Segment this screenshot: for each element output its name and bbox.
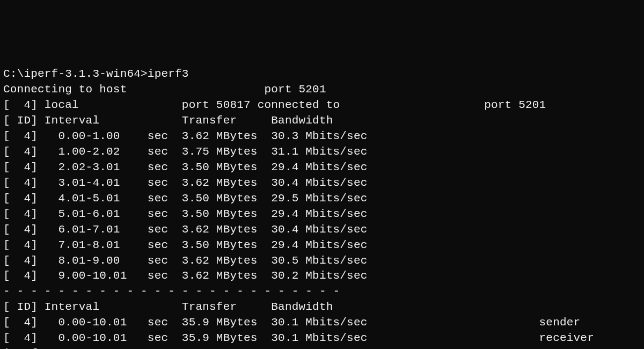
connecting-line: Connecting to host port 5201 bbox=[3, 82, 641, 98]
prompt-line: C:\iperf-3.1.3-win64>iperf3 bbox=[3, 67, 641, 82]
data-row: [ 4] 4.01-5.01 sec 3.50 MBytes 29.5 Mbit… bbox=[3, 191, 641, 207]
summary-row: [ 4] 0.00-10.01 sec 35.9 MBytes 30.1 Mbi… bbox=[3, 331, 641, 346]
local-line: [ 4] local port 50817 connected to port … bbox=[3, 98, 641, 113]
data-row: [ 4] 7.01-8.01 sec 3.50 MBytes 29.4 Mbit… bbox=[3, 238, 641, 253]
header-line: [ ID] Interval Transfer Bandwidth bbox=[3, 113, 641, 129]
data-row: [ 4] 6.01-7.01 sec 3.62 MBytes 30.4 Mbit… bbox=[3, 222, 641, 238]
data-row: [ 4] 0.00-1.00 sec 3.62 MBytes 30.3 Mbit… bbox=[3, 129, 641, 144]
data-row: [ 4] 1.00-2.02 sec 3.75 MBytes 31.1 Mbit… bbox=[3, 144, 641, 160]
data-row: [ 4] 2.02-3.01 sec 3.50 MBytes 29.4 Mbit… bbox=[3, 160, 641, 176]
terminal-output: C:\iperf-3.1.3-win64>iperf3Connecting to… bbox=[3, 67, 641, 349]
separator-line: - - - - - - - - - - - - - - - - - - - - … bbox=[3, 284, 641, 300]
data-row: [ 4] 8.01-9.00 sec 3.62 MBytes 30.5 Mbit… bbox=[3, 253, 641, 269]
data-row: [ 4] 9.00-10.01 sec 3.62 MBytes 30.2 Mbi… bbox=[3, 268, 641, 284]
summary-row: [ 4] 0.00-10.01 sec 35.9 MBytes 30.1 Mbi… bbox=[3, 315, 641, 331]
data-row: [ 4] 5.01-6.01 sec 3.50 MBytes 29.4 Mbit… bbox=[3, 207, 641, 222]
data-row: [ 4] 3.01-4.01 sec 3.62 MBytes 30.4 Mbit… bbox=[3, 176, 641, 191]
summary-header-line: [ ID] Interval Transfer Bandwidth bbox=[3, 300, 641, 315]
done-line: iperf Done. bbox=[3, 346, 641, 349]
